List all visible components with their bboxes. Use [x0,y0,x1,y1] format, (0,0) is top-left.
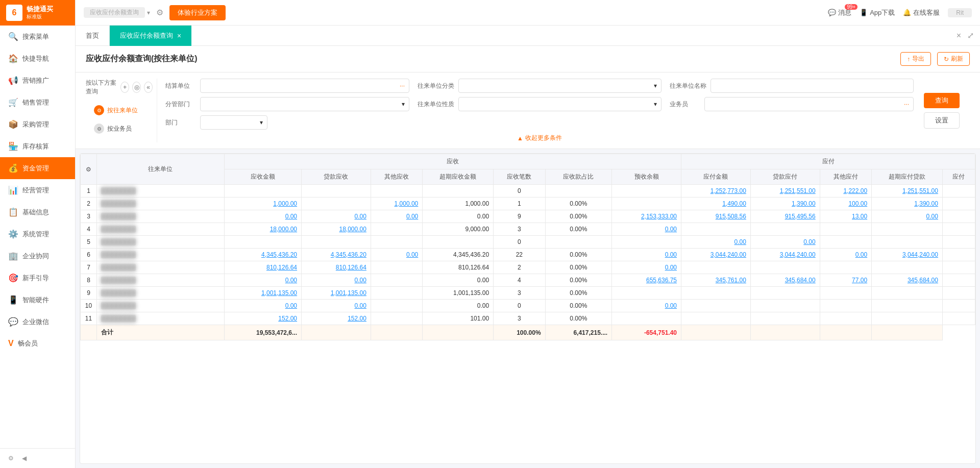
table-settings-icon[interactable]: ⚙ [86,166,91,173]
wechat-icon: 💬 [8,317,18,327]
page-header: 应收应付余额查询(按往来单位) ↑ 导出 ↻ 刷新 [76,46,980,72]
footer-empty [81,325,97,340]
sidebar: 6 畅捷通买 标准版 🔍 搜索菜单 🏠 快捷导航 📢 营销推广 🛒 销售管理 📦… [0,0,76,468]
filter-scheme-salesperson[interactable]: ⚙ 按业务员 [86,119,153,138]
footer-receivable-total: 19,553,472,6... [224,325,301,340]
sidebar-settings-icon[interactable]: ⚙ [8,455,14,462]
col-receivable-ratio: 应收款占比 [545,169,612,185]
query-button[interactable]: 查询 [924,93,960,108]
sidebar-item-wechat[interactable]: 💬 企业微信 [0,311,75,333]
service-icon: 🔔 [903,9,911,16]
footer-advance-total: 6,417,215.... [545,325,612,340]
sidebar-item-label: 基础信息 [22,208,49,217]
department-input[interactable] [200,97,409,111]
user-profile[interactable]: Rit [948,8,972,17]
col-payable-amount: 应付金额 [681,169,751,185]
sidebar-item-enterprise[interactable]: 🏢 企业协同 [0,245,75,267]
close-window-icon[interactable]: × [957,31,961,40]
filter-salesperson: 业务员 ··· [670,97,914,111]
sidebar-item-member[interactable]: V 畅会员 [0,333,75,354]
query-btns: 查询 设置 [914,79,970,142]
filter-partner-name: 往来单位名称 [670,79,914,93]
sidebar-item-search-menu[interactable]: 🔍 搜索菜单 [0,26,75,47]
chevron-up-icon: ▲ [517,135,523,142]
dept-input[interactable] [200,115,267,130]
table-row: 1████████01,252,773.001,251,551.001,222.… [81,185,975,198]
maximize-icon[interactable]: ⤢ [967,31,974,40]
sidebar-item-guide[interactable]: 🎯 新手引导 [0,267,75,289]
data-table: ⚙ 往来单位 应收 应付 应收金额 贷款应收 其他应收 超期应收金额 应收笔数 … [80,154,975,340]
app-download-btn[interactable]: 📱 App下载 [860,8,895,17]
col-other-receivable: 其他应收 [371,169,422,185]
sidebar-item-label: 系统管理 [22,230,49,239]
partner-name-input[interactable] [710,79,914,93]
solution-button[interactable]: 体验行业方案 [169,5,226,20]
sidebar-item-inventory[interactable]: 🏪 库存核算 [0,135,75,157]
download-icon: 📱 [860,9,868,16]
filter-collapse-btn[interactable]: « [144,82,153,93]
collapse-btn[interactable]: ▲ 收起更多条件 [165,134,914,142]
app-download-label: App下载 [870,8,895,17]
filter-scheme-partner[interactable]: ⚙ 按往来单位 [86,101,153,119]
partner-nature-input[interactable] [458,97,662,111]
department-label: 分管部门 [165,100,196,109]
sidebar-item-operations[interactable]: 📊 经营管理 [0,179,75,201]
sidebar-item-label: 畅会员 [18,339,38,348]
table-row: 7████████810,126.64810,126.64810,126.642… [81,261,975,274]
top-bar: 应收应付余额查询 ▾ ⚙ 体验行业方案 💬 消息 99+ 📱 App下载 🔔 在… [76,0,980,26]
sidebar-bottom: ⚙ ◀ [0,448,75,468]
sidebar-item-sales[interactable]: 🛒 销售管理 [0,91,75,113]
settings-button[interactable]: 设置 [924,112,960,129]
filter-scheme-panel: 按以下方案查询 + ◎ « ⚙ 按往来单位 ⚙ 按业务员 [86,79,157,142]
settlement-unit-input[interactable]: ··· [200,79,409,93]
filter-add-btn[interactable]: + [120,82,129,93]
tab-active-label: 应收应付余额查询 [120,31,173,40]
message-icon: 💬 [828,9,836,16]
refresh-button[interactable]: ↻ 刷新 [937,52,970,66]
sidebar-item-marketing[interactable]: 📢 营销推广 [0,69,75,91]
sidebar-item-basic-info[interactable]: 📋 基础信息 [0,201,75,223]
tab-bar-right: × ⤢ [950,31,980,40]
online-service-btn[interactable]: 🔔 在线客服 [903,8,940,17]
partner-category-input[interactable] [458,79,662,93]
filter-settlement-unit: 结算单位 ··· [165,79,409,93]
filter-area: 按以下方案查询 + ◎ « ⚙ 按往来单位 ⚙ 按业务员 [76,72,980,149]
filter-partner-category: 往来单位分类 [418,79,662,93]
purchase-icon: 📦 [8,119,18,129]
sidebar-item-system[interactable]: ⚙️ 系统管理 [0,223,75,245]
breadcrumb-text: 应收应付余额查询 [84,7,145,18]
partner-scheme-icon: ⚙ [94,105,104,115]
logo-badge: 标准版 [27,13,53,20]
tab-home[interactable]: 首页 [76,26,110,46]
content-area: 应收应付余额查询(按往来单位) ↑ 导出 ↻ 刷新 按以下方案查询 [76,46,980,468]
finance-icon: 💰 [8,163,18,173]
footer-payable-total: -654,751.40 [612,325,681,340]
partner-name-label: 往来单位名称 [670,82,706,90]
messages-btn[interactable]: 💬 消息 99+ [828,8,851,17]
sidebar-item-quick-nav[interactable]: 🏠 快捷导航 [0,47,75,69]
chevron-down-icon [654,82,657,89]
sales-icon: 🛒 [8,97,18,107]
col-payable-last: 应付 [942,169,975,185]
logo-icon: 6 [6,5,22,21]
sidebar-item-label: 快捷导航 [22,54,49,63]
col-other-payable: 其他应付 [820,169,871,185]
table-row: 3████████0.000.000.000.0090.00%2,153,333… [81,210,975,223]
sidebar-item-smart-hw[interactable]: 📱 智能硬件 [0,289,75,311]
chevron-down-icon4 [260,119,263,126]
col-partner-header: 往来单位 [97,154,225,185]
table-settings-header[interactable]: ⚙ [81,154,97,185]
breadcrumb-chevron: ▾ [147,9,150,16]
sidebar-item-finance[interactable]: 💰 资金管理 [0,157,75,179]
export-button[interactable]: ↑ 导出 [900,52,931,66]
gear-icon[interactable]: ⚙ [156,8,163,17]
sidebar-item-label: 智能硬件 [22,295,49,305]
tab-close-icon[interactable]: × [177,32,181,39]
tab-active[interactable]: 应收应付余额查询 × [110,26,191,46]
operations-icon: 📊 [8,185,18,195]
salesperson-input[interactable]: ··· [704,97,914,111]
filter-target-btn[interactable]: ◎ [132,82,141,93]
footer-receivable-ratio: 100.00% [494,325,545,340]
sidebar-collapse-icon[interactable]: ◀ [22,455,27,462]
sidebar-item-purchase[interactable]: 📦 采购管理 [0,113,75,135]
